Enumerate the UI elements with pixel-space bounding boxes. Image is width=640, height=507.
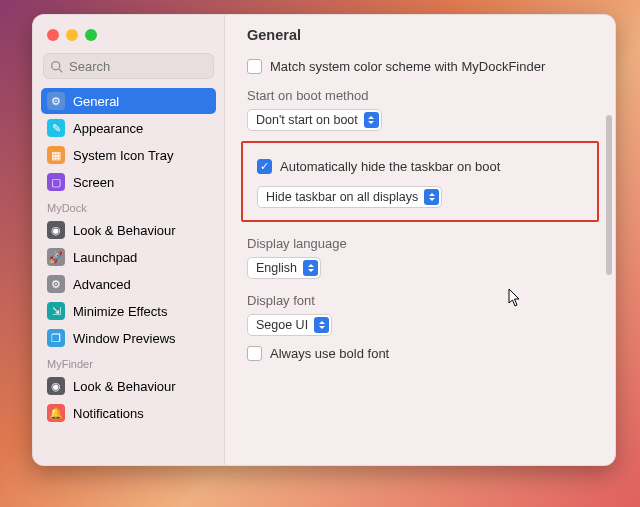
chevron-updown-icon [424,189,439,205]
hide-taskbar-select[interactable]: Hide taskbar on all displays [257,186,442,208]
sidebar-item-system-icon-tray[interactable]: ▦ System Icon Tray [41,142,216,168]
chevron-updown-icon [303,260,318,276]
auto-hide-label: Automatically hide the taskbar on boot [280,159,500,174]
sidebar-item-screen[interactable]: ▢ Screen [41,169,216,195]
sidebar-item-label: Appearance [73,121,143,136]
sidebar-item-label: General [73,94,119,109]
boot-method-value: Don't start on boot [256,113,358,127]
page-title: General [247,27,595,43]
close-button[interactable] [47,29,59,41]
sidebar-item-notifications[interactable]: 🔔 Notifications [41,400,216,426]
sidebar-item-label: Look & Behaviour [73,379,176,394]
sidebar-item-label: Launchpad [73,250,137,265]
eye-icon: ◉ [47,377,65,395]
sidebar-list: ⚙ General ✎ Appearance ▦ System Icon Tra… [33,87,224,465]
sidebar-item-label: Advanced [73,277,131,292]
boot-method-select[interactable]: Don't start on boot [247,109,382,131]
rocket-icon: 🚀 [47,248,65,266]
bold-label: Always use bold font [270,346,389,361]
grid-icon: ▦ [47,146,65,164]
sidebar-item-launchpad[interactable]: 🚀 Launchpad [41,244,216,270]
svg-point-0 [52,61,60,69]
sidebar-item-window-previews[interactable]: ❐ Window Previews [41,325,216,351]
font-value: Segoe UI [256,318,308,332]
preferences-window: ⚙ General ✎ Appearance ▦ System Icon Tra… [32,14,616,466]
sidebar-item-look-behaviour[interactable]: ◉ Look & Behaviour [41,217,216,243]
search-input[interactable] [67,58,207,75]
auto-hide-row[interactable]: Automatically hide the taskbar on boot [257,159,583,174]
boot-method-label: Start on boot method [247,88,595,103]
sidebar-item-finder-look[interactable]: ◉ Look & Behaviour [41,373,216,399]
hide-taskbar-value: Hide taskbar on all displays [266,190,418,204]
lang-label: Display language [247,236,595,251]
sidebar-item-appearance[interactable]: ✎ Appearance [41,115,216,141]
sidebar-item-minimize-effects[interactable]: ⇲ Minimize Effects [41,298,216,324]
eye-icon: ◉ [47,221,65,239]
sidebar-group-myfinder: MyFinder [33,352,224,372]
minimize-button[interactable] [66,29,78,41]
window-controls [33,25,224,51]
bold-checkbox[interactable] [247,346,262,361]
match-scheme-checkbox[interactable] [247,59,262,74]
sidebar: ⚙ General ✎ Appearance ▦ System Icon Tra… [33,15,225,465]
chevron-updown-icon [364,112,379,128]
font-select[interactable]: Segoe UI [247,314,332,336]
sidebar-group-mydock: MyDock [33,196,224,216]
svg-line-1 [59,68,62,71]
sidebar-item-label: Window Previews [73,331,176,346]
brush-icon: ✎ [47,119,65,137]
font-label: Display font [247,293,595,308]
bell-icon: 🔔 [47,404,65,422]
sidebar-item-general[interactable]: ⚙ General [41,88,216,114]
gear-icon: ⚙ [47,92,65,110]
search-icon [50,60,63,73]
content-pane: General Match system color scheme with M… [225,15,615,465]
match-scheme-label: Match system color scheme with MyDockFin… [270,59,545,74]
chevron-updown-icon [314,317,329,333]
windows-icon: ❐ [47,329,65,347]
screen-icon: ▢ [47,173,65,191]
sidebar-item-label: Screen [73,175,114,190]
sidebar-item-label: Look & Behaviour [73,223,176,238]
lang-value: English [256,261,297,275]
highlight-box: Automatically hide the taskbar on boot H… [241,141,599,222]
gear-icon: ⚙ [47,275,65,293]
search-field[interactable] [43,53,214,79]
minimize-icon: ⇲ [47,302,65,320]
sidebar-item-label: Notifications [73,406,144,421]
sidebar-item-advanced[interactable]: ⚙ Advanced [41,271,216,297]
scrollbar[interactable] [606,115,612,275]
bold-row[interactable]: Always use bold font [247,346,595,361]
sidebar-item-label: Minimize Effects [73,304,167,319]
lang-select[interactable]: English [247,257,321,279]
match-scheme-row[interactable]: Match system color scheme with MyDockFin… [247,59,595,74]
sidebar-item-label: System Icon Tray [73,148,173,163]
zoom-button[interactable] [85,29,97,41]
auto-hide-checkbox[interactable] [257,159,272,174]
